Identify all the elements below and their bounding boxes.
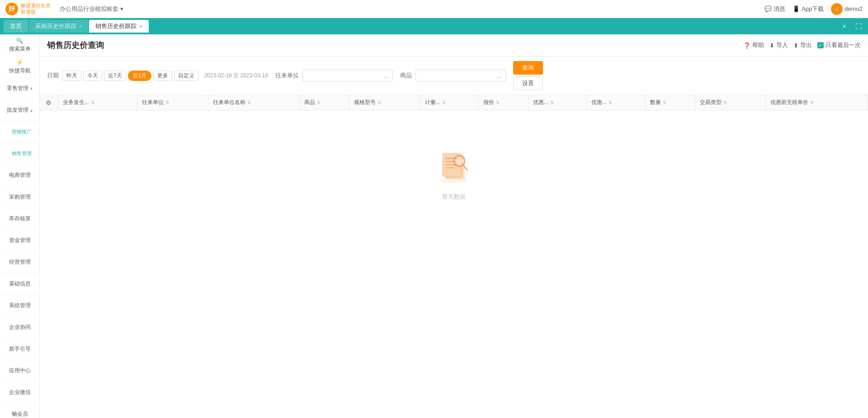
table-row: 暂无数据 [40,110,868,238]
sidebar-item-system[interactable]: 系统管理 [0,295,39,317]
sidebar-item-sales-mgmt[interactable]: 销售管理 [0,143,39,165]
tab-home-label: 首页 [10,22,22,30]
top-bar-left: 好 畅捷通好生意 标准版 办公用品行业模拟账套 ▾ [5,3,123,15]
partner-dots: ... [383,72,389,79]
sidebar-item-basic[interactable]: 基础信息 [0,273,39,295]
sort-icon: ⇅ [165,100,169,105]
date-label: 日期 [47,71,59,80]
partner-filter-group: 往来单位 ... [275,70,393,81]
sidebar-item-guide[interactable]: 新手引导 [0,338,39,360]
sort-icon: ⇅ [723,100,727,105]
top-bar-right: 💬 消息 📱 App下载 d demo2 [764,3,863,15]
sort-icon: ⇅ [663,100,666,105]
top-bar: 好 畅捷通好生意 标准版 办公用品行业模拟账套 ▾ 💬 消息 📱 App下载 d… [0,0,868,18]
th-unit[interactable]: 计量... ⇅ [420,95,478,110]
sort-icon: ⇅ [550,100,554,105]
date-btn-last7[interactable]: 近7天 [104,71,126,81]
sort-icon: ⇅ [442,100,446,105]
page-title-row: 销售历史价查询 ❓ 帮助 ⬇ 导入 ⬆ 导出 ✓ [47,40,861,51]
sidebar-item-marketing[interactable]: 营销推广 [0,121,39,143]
sidebar-item-shortcut[interactable]: ⚡ 快捷导航 [0,56,39,78]
date-btn-yesterday[interactable]: 昨天 [62,71,81,81]
tab-bar-actions: × ⛶ [840,22,864,31]
table-header: ⚙ 业务发生... ⇅ 往来单位 ⇅ [40,95,868,110]
message-button[interactable]: 💬 消息 [764,5,785,13]
table-container: ⚙ 业务发生... ⇅ 往来单位 ⇅ [40,95,868,418]
app-download-button[interactable]: 📱 App下载 [793,5,824,13]
th-partner-name[interactable]: 往来单位名称 ⇅ [208,95,300,110]
sidebar-item-member[interactable]: 畅会员 [0,404,39,418]
th-trade-type[interactable]: 交易类型 ⇅ [695,95,765,110]
sort-icon: ⇅ [377,100,381,105]
sort-icon: ⇅ [609,100,612,105]
import-icon: ⬇ [769,42,774,49]
sidebar-item-enterprise[interactable]: 企业协同 [0,317,39,338]
tab-purchase[interactable]: 采购历史价跟踪 × [29,20,88,33]
th-pretax-price[interactable]: 优惠前无税单价 ⇅ [766,95,868,110]
date-range-display: 2023-02-18 至 2023-03-18 [204,72,268,80]
close-all-tabs-button[interactable]: × [840,22,849,31]
th-partner-code[interactable]: 往来单位 ⇅ [137,95,208,110]
th-discount2[interactable]: 优惠... ⇅ [587,95,645,110]
th-qty[interactable]: 数量 ⇅ [645,95,695,110]
expand-button[interactable]: ⛶ [853,22,864,31]
table-header-row: ⚙ 业务发生... ⇅ 往来单位 ⇅ [40,95,868,110]
sort-icon: ⇅ [810,100,814,105]
th-discount1[interactable]: 优惠... ⇅ [528,95,586,110]
date-btn-custom[interactable]: 自定义 [174,71,198,81]
chevron-down-icon: ▾ [30,86,33,91]
shortcut-icon: ⚡ [16,59,23,66]
th-biz-date[interactable]: 业务发生... ⇅ [58,95,137,110]
tab-purchase-close[interactable]: × [79,24,82,29]
query-actions: 查询 设置 [513,61,543,90]
sidebar: 🔍 搜索菜单 ⚡ 快捷导航 零售管理 ▾ 批发管理 ▴ 营销推广 销售管理 电商… [0,34,40,418]
sidebar-item-inventory[interactable]: 库存核算 [0,208,39,230]
main-layout: 🔍 搜索菜单 ⚡ 快捷导航 零售管理 ▾ 批发管理 ▴ 营销推广 销售管理 电商… [0,34,868,418]
avatar: d [831,3,843,15]
date-btn-last1m[interactable]: 近1月 [128,71,152,81]
sidebar-item-finance[interactable]: 资金管理 [0,230,39,252]
tab-sales-label: 销售历史价跟踪 [95,22,137,30]
sidebar-item-wholesale[interactable]: 批发管理 ▴ [0,100,39,121]
product-filter-group: 商品 ... [400,70,506,81]
sidebar-item-app-center[interactable]: 应用中心 [0,360,39,382]
filter-bar: 日期 昨天 今天 近7天 近1月 更多 自定义 2023-02-18 至 202… [40,57,868,95]
date-btn-more[interactable]: 更多 [153,71,172,81]
product-input[interactable]: ... [415,70,506,81]
tab-home[interactable]: 首页 [4,20,28,33]
chevron-down-icon: ▾ [120,5,123,12]
setting-button[interactable]: 设置 [513,76,543,90]
date-filter-buttons: 昨天 今天 近7天 近1月 更多 自定义 [62,71,198,81]
sort-icon: ⇅ [317,100,321,105]
product-dots: ... [496,72,502,79]
import-button[interactable]: ⬇ 导入 [769,41,788,49]
help-button[interactable]: ❓ 帮助 [743,41,764,49]
user-profile[interactable]: d demo2 [831,3,863,15]
th-quote[interactable]: 报价 ⇅ [478,95,528,110]
app-selector[interactable]: 办公用品行业模拟账套 ▾ [60,5,123,13]
search-icon: 🔍 [16,38,23,45]
sidebar-item-operations[interactable]: 经营管理 [0,252,39,273]
th-gear[interactable]: ⚙ [40,95,58,110]
tab-sales-close[interactable]: × [139,24,142,29]
date-btn-today[interactable]: 今天 [83,71,102,81]
sidebar-item-purchase[interactable]: 采购管理 [0,186,39,208]
data-table: ⚙ 业务发生... ⇅ 往来单位 ⇅ [40,95,868,237]
empty-text: 暂无数据 [442,193,466,201]
query-button[interactable]: 查询 [513,61,543,75]
sidebar-item-retail[interactable]: 零售管理 ▾ [0,78,39,100]
export-button[interactable]: ⬆ 导出 [793,41,812,49]
download-icon: 📱 [793,5,800,12]
sidebar-item-search[interactable]: 🔍 搜索菜单 [0,34,39,56]
sidebar-item-wechat[interactable]: 企业微信 [0,382,39,404]
gear-icon: ⚙ [46,99,52,106]
only-last-checkbox[interactable]: ✓ 只看最后一次 [817,41,861,49]
sidebar-item-ecommerce[interactable]: 电商管理 [0,165,39,186]
th-spec[interactable]: 规格型号 ⇅ [349,95,420,110]
chevron-up-icon: ▴ [30,107,33,113]
partner-input[interactable]: ... [302,70,393,81]
th-product[interactable]: 商品 ⇅ [300,95,349,110]
tab-sales[interactable]: 销售历史价跟踪 × [89,20,148,33]
logo-text: 畅捷通好生意 标准版 [21,3,51,14]
logo-icon: 好 [5,3,18,15]
